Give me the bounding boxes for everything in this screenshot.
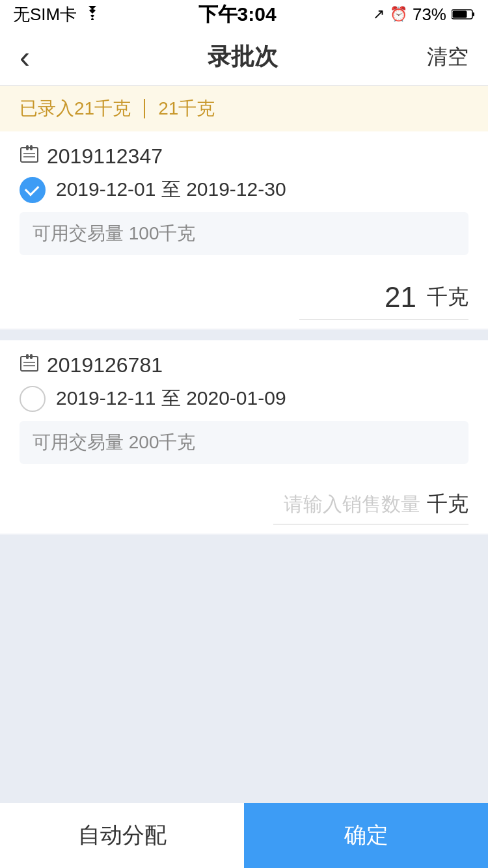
batch-1-icon	[20, 145, 39, 168]
battery-text: 73%	[413, 5, 446, 25]
svg-rect-2	[472, 12, 474, 16]
batch-2-date-row: 2019-12-11 至 2020-01-09	[20, 385, 468, 412]
batch-item-2: 2019126781 2019-12-11 至 2020-01-09 可用交易量…	[0, 340, 488, 483]
svg-rect-4	[21, 148, 38, 162]
svg-rect-10	[26, 354, 29, 359]
batch-1-date-row: 2019-12-01 至 2019-12-30	[20, 176, 468, 203]
info-banner: 已录入21千克 21千克	[0, 86, 488, 131]
bottom-bar: 自动分配 确定	[0, 803, 488, 868]
empty-area	[0, 535, 488, 828]
confirm-button[interactable]: 确定	[244, 803, 488, 868]
batch-1-avail: 可用交易量 100千克	[20, 212, 468, 255]
status-right: ↗ ⏰ 73%	[373, 5, 475, 25]
batch-card-1: 2019112347 2019-12-01 至 2019-12-30 可用交易量…	[0, 131, 488, 329]
batch-card-2: 2019126781 2019-12-11 至 2020-01-09 可用交易量…	[0, 340, 488, 534]
status-bar: 无SIM卡 下午3:04 ↗ ⏰ 73%	[0, 0, 488, 29]
input-area: 请输入销售数量 千克	[0, 483, 488, 534]
svg-rect-5	[26, 145, 29, 150]
input-placeholder: 请输入销售数量	[284, 491, 420, 518]
wifi-icon	[83, 5, 102, 25]
input-underline	[273, 524, 468, 524]
battery-icon	[452, 5, 475, 25]
batch-2-icon	[20, 354, 39, 377]
batch-2-id: 2019126781	[47, 353, 163, 377]
batch-1-date: 2019-12-01 至 2019-12-30	[56, 176, 286, 203]
alarm-icon: ⏰	[390, 6, 407, 23]
svg-rect-9	[21, 357, 38, 371]
quantity-unit: 千克	[427, 283, 468, 312]
input-unit: 千克	[427, 490, 468, 519]
batch-1-radio[interactable]	[20, 177, 46, 203]
svg-rect-11	[30, 354, 33, 359]
location-icon: ↗	[373, 6, 385, 23]
quantity-underline	[299, 319, 468, 319]
carrier-text: 无SIM卡	[13, 3, 77, 26]
banner-divider	[144, 99, 145, 118]
recorded-label: 已录入21千克	[20, 96, 131, 121]
batch-item-1: 2019112347 2019-12-01 至 2019-12-30 可用交易量…	[0, 131, 488, 275]
section-divider	[0, 330, 488, 340]
clear-button[interactable]: 清空	[427, 43, 468, 72]
quantity-area: 21 千克	[0, 275, 488, 329]
svg-rect-6	[30, 145, 33, 150]
status-left: 无SIM卡	[13, 3, 102, 26]
batch-2-avail: 可用交易量 200千克	[20, 421, 468, 464]
page-title: 录批次	[208, 41, 278, 73]
svg-rect-3	[452, 10, 467, 18]
batch-2-radio[interactable]	[20, 386, 46, 412]
back-button[interactable]: ‹	[20, 39, 59, 75]
auto-distribute-button[interactable]: 自动分配	[0, 803, 244, 868]
batch-1-id: 2019112347	[47, 144, 163, 169]
batch-1-header: 2019112347	[20, 144, 468, 169]
batch-2-date: 2019-12-11 至 2020-01-09	[56, 385, 286, 412]
batch-2-header: 2019126781	[20, 353, 468, 377]
svg-point-0	[91, 18, 94, 20]
time-display: 下午3:04	[198, 1, 277, 28]
recorded-value: 21千克	[158, 96, 215, 121]
nav-bar: ‹ 录批次 清空	[0, 29, 488, 86]
quantity-value: 21	[385, 281, 416, 314]
